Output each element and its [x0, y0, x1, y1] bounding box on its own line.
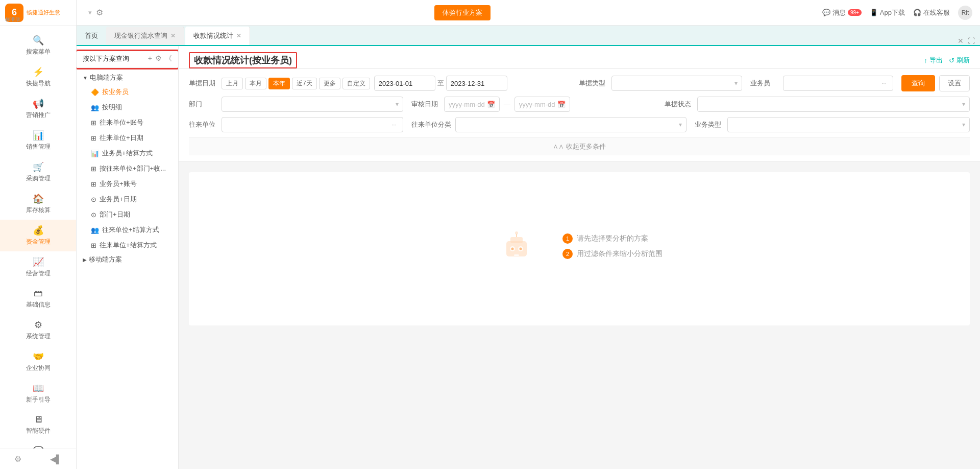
scheme-item-staff-date[interactable]: ⊙ 业务员+日期	[77, 192, 178, 207]
trial-button[interactable]: 体验行业方案	[434, 5, 491, 20]
scheme-item-unit-date[interactable]: ⊞ 往来单位+日期	[77, 130, 178, 146]
dept-label: 部门	[189, 100, 217, 109]
sidebar-item-purchase[interactable]: 🛒 采购管理	[0, 156, 76, 188]
expand-tabs-icon[interactable]: ⛶	[968, 37, 975, 45]
service-icon: 🎧	[913, 9, 921, 16]
quick-btn-this-month[interactable]: 本月	[245, 78, 266, 89]
collapse-bar[interactable]: ∧∧ 收起更多条件	[189, 137, 970, 155]
scheme-item-detail[interactable]: 👥 按明细	[77, 100, 178, 115]
scheme-item-unit-settle2[interactable]: ⊞ 往来单位+结算方式	[77, 238, 178, 253]
step-2-text: 用过滤条件来缩小分析范围	[577, 249, 663, 259]
export-label: 导出	[929, 56, 943, 65]
quick-btn-last-month[interactable]: 上月	[222, 78, 243, 89]
operations-icon: 📈	[33, 256, 44, 268]
staff-scheme-icon: 🔶	[91, 88, 99, 96]
sidebar-item-marketing[interactable]: 📢 营销推广	[0, 93, 76, 125]
main-area: ▾ ⚙ 体验行业方案 💬 消息 99+ 📱 App下载 🎧 在线客服	[77, 0, 980, 469]
purchase-icon: 🛒	[33, 161, 44, 173]
logo-text: 畅捷通好生意	[27, 9, 60, 16]
mobile-scheme-header[interactable]: ▶ 移动端方案	[77, 253, 178, 266]
review-start-placeholder: yyyy-mm-dd	[449, 101, 485, 108]
collab-icon: 🤝	[33, 351, 44, 362]
refresh-button[interactable]: ↺ 刷新	[949, 56, 970, 65]
doc-status-input[interactable]: ▾	[697, 97, 970, 112]
online-service-btn[interactable]: 🎧 在线客服	[913, 8, 950, 17]
sidebar-item-sales[interactable]: 📊 销售管理	[0, 125, 76, 156]
sidebar-item-label: 新手引导	[26, 395, 51, 404]
sidebar-item-hardware[interactable]: 🖥 智能硬件	[0, 409, 76, 440]
close-all-tabs-icon[interactable]: ✕	[958, 37, 964, 45]
scheme-item-unit-acct[interactable]: ⊞ 往来单位+账号	[77, 115, 178, 130]
tab-bar-end: ✕ ⛶	[958, 37, 980, 45]
empty-hint: 1 请先选择要分析的方案 2 用过滤条件来缩小分析范围	[189, 172, 970, 325]
staff-input[interactable]: ···	[783, 76, 893, 91]
collapse-sidebar-icon[interactable]: ◀▌	[50, 454, 62, 464]
user-text: Rit	[962, 9, 969, 16]
dept-dropdown-icon: ▾	[396, 101, 399, 108]
sidebar-item-operations[interactable]: 📈 经营管理	[0, 251, 76, 283]
panel-header: 按以下方案查询 + ⚙ 《	[77, 51, 178, 68]
step-1-text: 请先选择要分析的方案	[577, 234, 648, 243]
dept-input[interactable]: ▾	[222, 97, 403, 112]
sidebar-item-collab[interactable]: 🤝 企业协同	[0, 346, 76, 378]
sidebar-item-basic[interactable]: 🗃 基础信息	[0, 283, 76, 314]
topbar-settings-icon[interactable]: ⚙	[96, 8, 103, 17]
scheme-item-staff[interactable]: 🔶 按业务员	[77, 84, 178, 100]
sidebar-item-label: 经营管理	[26, 269, 51, 278]
scheme-item-staff-settle[interactable]: 📊 业务员+结算方式	[77, 146, 178, 161]
page-title: 收款情况统计(按业务员)	[189, 52, 297, 68]
messages-label: 消息	[832, 8, 846, 17]
date-start-input[interactable]: 2023-01-01	[374, 76, 435, 91]
tab-receipts-close[interactable]: ✕	[236, 32, 241, 39]
review-start-input[interactable]: yyyy-mm-dd 📅	[444, 97, 500, 112]
svg-point-5	[511, 248, 514, 250]
scheme-item-dept-date[interactable]: ⊙ 部门+日期	[77, 207, 178, 222]
staff-more-btn[interactable]: ···	[879, 80, 889, 87]
quick-btn-custom[interactable]: 自定义	[342, 78, 370, 89]
scheme-item-label: 往来单位+账号	[100, 118, 143, 127]
scheme-item-unit-settle1[interactable]: 👥 往来单位+结算方式	[77, 222, 178, 238]
scheme-item-label: 部门+日期	[100, 210, 130, 219]
sidebar-item-wxwork[interactable]: 💬 企业微信	[0, 440, 76, 449]
scheme-settings-btn[interactable]: ⚙	[155, 54, 162, 63]
tab-receipts[interactable]: 收款情况统计 ✕	[185, 27, 250, 45]
user-avatar[interactable]: Rit	[958, 6, 972, 20]
biz-type-input[interactable]: ▾	[727, 117, 970, 132]
step-2-number: 2	[562, 249, 573, 259]
query-button[interactable]: 查询	[901, 75, 935, 91]
settings-bottom-icon[interactable]: ⚙	[14, 454, 21, 464]
sidebar-item-system[interactable]: ⚙ 系统管理	[0, 314, 76, 346]
sidebar-item-guide[interactable]: 📖 新手引导	[0, 378, 76, 409]
add-scheme-btn[interactable]: +	[148, 54, 152, 63]
svg-rect-7	[514, 254, 519, 256]
counterparty-more-btn[interactable]: ···	[389, 121, 399, 128]
scheme-item-unit-dept[interactable]: ⊞ 按往来单位+部门+收...	[77, 161, 178, 176]
detail-scheme-icon: 👥	[91, 104, 99, 111]
pc-scheme-header[interactable]: ▼ 电脑端方案	[77, 71, 178, 84]
scheme-item-staff-acct[interactable]: ⊞ 业务员+账号	[77, 176, 178, 192]
tab-home[interactable]: 首页	[77, 27, 106, 45]
review-end-input[interactable]: yyyy-mm-dd 📅	[514, 97, 570, 112]
quick-btn-7days[interactable]: 近7天	[292, 78, 317, 89]
sidebar-item-inventory[interactable]: 🏠 库存核算	[0, 188, 76, 220]
export-button[interactable]: ↑ 导出	[924, 56, 943, 65]
collapse-panel-btn[interactable]: 《	[165, 54, 172, 63]
counterparty-cat-input[interactable]: ▾	[455, 117, 687, 132]
counterparty-input[interactable]: ···	[222, 117, 403, 132]
tab-cashflow-close[interactable]: ✕	[170, 32, 176, 39]
date-end-input[interactable]: 2023-12-31	[446, 76, 507, 91]
tab-cashflow[interactable]: 现金银行流水查询 ✕	[106, 27, 184, 45]
category-input[interactable]: ▾	[611, 76, 742, 91]
quick-btn-more[interactable]: 更多	[319, 78, 340, 89]
tab-receipts-label: 收款情况统计	[193, 31, 233, 40]
settings-button[interactable]: 设置	[939, 75, 970, 91]
counterparty-cat-label: 往来单位分类	[411, 120, 451, 129]
messages-btn[interactable]: 💬 消息 99+	[822, 8, 862, 17]
sidebar-item-quicknav[interactable]: ⚡ 快捷导航	[0, 61, 76, 93]
quick-btn-this-year[interactable]: 本年	[268, 78, 290, 89]
hint-content: 1 请先选择要分析的方案 2 用过滤条件来缩小分析范围	[496, 226, 663, 272]
sidebar-item-search[interactable]: 🔍 搜索菜单	[0, 30, 76, 61]
sidebar-item-finance[interactable]: 💰 资金管理	[0, 220, 76, 251]
app-download-btn[interactable]: 📱 App下载	[870, 8, 905, 17]
sidebar-item-label: 营销推广	[26, 111, 51, 120]
